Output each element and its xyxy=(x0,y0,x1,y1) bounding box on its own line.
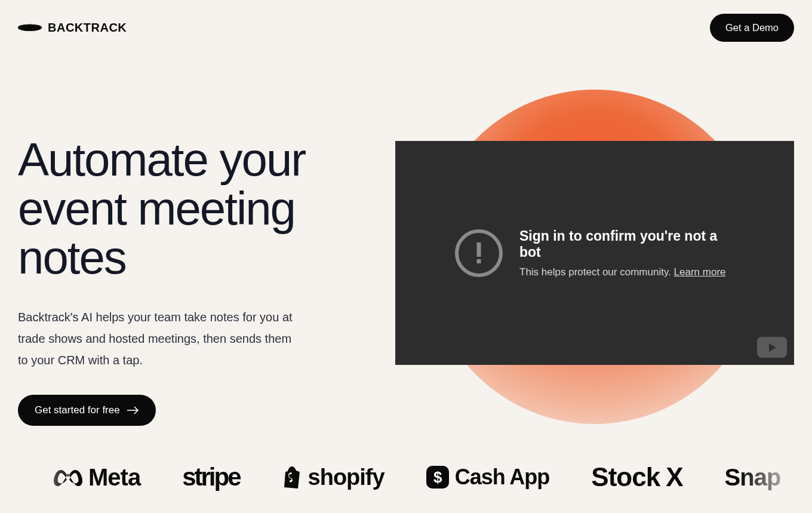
video-embed[interactable]: Sign in to confirm you're not a bot This… xyxy=(395,141,794,365)
hero-section: Automate your event meeting notes Backtr… xyxy=(0,84,812,454)
svg-marker-7 xyxy=(769,343,776,352)
arrow-right-icon xyxy=(127,406,139,414)
brand-name: BACKTRACK xyxy=(48,21,127,35)
svg-rect-6 xyxy=(477,259,481,263)
logo-partial-left: o Inc. xyxy=(0,465,12,490)
logo-stripe: stripe xyxy=(182,463,239,492)
get-demo-label: Get a Demo xyxy=(725,22,779,33)
brand-logo[interactable]: BACKTRACK xyxy=(18,21,127,35)
warning-icon xyxy=(455,229,503,277)
shopify-bag-icon xyxy=(282,466,302,489)
video-body-text: This helps protect our community. xyxy=(519,266,674,278)
video-body: This helps protect our community. Learn … xyxy=(519,266,734,278)
meta-icon xyxy=(54,468,82,487)
logo-row: o Inc. Meta stripe shopify $ Cash App St… xyxy=(0,462,780,492)
hero-copy: Automate your event meeting notes Backtr… xyxy=(18,112,328,426)
logo-stockx-stock: Stock xyxy=(591,462,660,492)
hero-media: Sign in to confirm you're not a bot This… xyxy=(395,90,794,448)
play-icon xyxy=(767,342,777,353)
logo-cashapp: $ Cash App xyxy=(426,465,550,490)
youtube-badge[interactable] xyxy=(757,337,787,358)
learn-more-link[interactable]: Learn more xyxy=(674,266,726,278)
logo-cashapp-text: Cash App xyxy=(455,465,550,490)
logo-snap-partial: Snap xyxy=(725,464,781,491)
svg-point-2 xyxy=(18,24,42,31)
get-started-button[interactable]: Get started for free xyxy=(18,395,156,426)
header: BACKTRACK Get a Demo xyxy=(0,0,812,42)
logo-meta-text: Meta xyxy=(88,464,140,491)
video-heading: Sign in to confirm you're not a bot xyxy=(519,228,734,260)
logo-shopify-text: shopify xyxy=(308,465,385,490)
backtrack-logo-icon xyxy=(18,23,42,32)
video-message: Sign in to confirm you're not a bot This… xyxy=(395,228,794,278)
get-demo-button[interactable]: Get a Demo xyxy=(710,14,794,42)
logo-stockx-x: X xyxy=(666,462,682,492)
logo-stockx: StockX xyxy=(591,462,682,492)
svg-rect-5 xyxy=(477,242,481,257)
cashapp-icon: $ xyxy=(426,466,449,489)
customer-logo-strip: o Inc. Meta stripe shopify $ Cash App St… xyxy=(0,441,812,513)
get-started-label: Get started for free xyxy=(35,404,120,416)
logo-shopify: shopify xyxy=(282,465,385,490)
hero-subtitle: Backtrack's AI helps your team take note… xyxy=(18,306,299,371)
logo-meta: Meta xyxy=(54,464,140,491)
hero-title: Automate your event meeting notes xyxy=(18,136,328,282)
